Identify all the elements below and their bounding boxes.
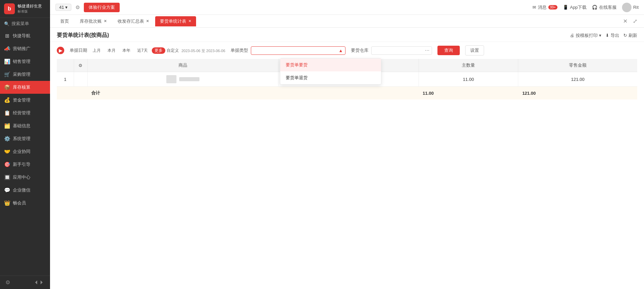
- tab-order-stats-close[interactable]: ✕: [188, 19, 191, 23]
- filter-bar: ▶ 单据日期 上月 本月 本年 近7天 更多 自定义 2023-05-06 至 …: [50, 42, 644, 59]
- print-arrow-icon: ▾: [599, 33, 601, 38]
- tab-recv-summary-close[interactable]: ✕: [146, 19, 149, 23]
- print-action[interactable]: 🖨 按模板打印 ▾: [570, 32, 601, 39]
- date-7d-btn[interactable]: 近7天: [135, 47, 150, 54]
- apps-icon: 🔲: [4, 174, 10, 180]
- sidebar-label-system: 系统管理: [13, 136, 30, 142]
- warehouse-input[interactable]: [371, 46, 432, 55]
- search-menu[interactable]: 🔍 搜索菜单: [0, 18, 50, 29]
- sidebar-item-apps[interactable]: 🔲 应用中心: [0, 171, 50, 184]
- export-action[interactable]: ⬇ 导出: [605, 32, 619, 39]
- footer-label: 合计: [87, 87, 279, 100]
- tab-batch-account-close[interactable]: ✕: [104, 19, 107, 23]
- phone-icon: 📱: [563, 5, 568, 10]
- tab-home[interactable]: 首页: [55, 16, 74, 26]
- sidebar-item-basic[interactable]: 🗂️ 基础信息: [0, 119, 50, 132]
- topbar: 41 ▾ ⚙ 体验行业方案 ✉ 消息 99+ 📱 App下载 🎧 在线客服 R: [50, 0, 644, 15]
- sidebar-item-purchase[interactable]: 🛒 采购管理: [0, 68, 50, 81]
- type-filter-group: 单据类型 ▲: [231, 46, 345, 55]
- sidebar-label-quick-nav: 快捷导航: [13, 33, 30, 39]
- sidebar: b 畅捷通好生意 标准版 🔍 搜索菜单 ⊞ 快捷导航 📣 营销推广 📊 销售管理…: [0, 0, 50, 289]
- purchase-icon: 🛒: [4, 71, 10, 77]
- sidebar-item-member[interactable]: 👑 畅会员: [0, 197, 50, 209]
- date-up-btn[interactable]: 上月: [90, 47, 103, 54]
- messages-label: 消息: [538, 4, 547, 10]
- sidebar-item-marketing[interactable]: 📣 营销推广: [0, 42, 50, 55]
- export-label: 导出: [611, 32, 619, 39]
- type-dropdown: 要货单要货 要货单退货: [280, 58, 381, 85]
- sidebar-label-finance: 资金管理: [13, 97, 30, 103]
- sidebar-item-enterprise[interactable]: 🤝 企业协同: [0, 145, 50, 158]
- tab-recv-summary[interactable]: 收发存汇总表 ✕: [113, 16, 154, 26]
- sidebar-item-wechat[interactable]: 💬 企业微信: [0, 184, 50, 197]
- collapse-icon[interactable]: ⏴⏵: [34, 279, 45, 286]
- sidebar-label-operations: 经营管理: [13, 110, 30, 116]
- col-quantity-header: 主数量: [419, 59, 518, 72]
- table-footer-row: 合计 11.00 121.00: [57, 87, 637, 100]
- operations-icon: 📋: [4, 110, 10, 116]
- inventory-icon: 📦: [4, 84, 10, 90]
- col-seq-header: [57, 59, 74, 72]
- dropdown-arrow-icon[interactable]: ▾: [65, 5, 68, 10]
- sidebar-item-inventory[interactable]: 📦 库存核算: [0, 81, 50, 94]
- tabs-expand-btn[interactable]: ⤢: [631, 17, 639, 25]
- date-range-text: 2023-05-06 至 2023-06-06: [182, 48, 225, 53]
- sidebar-item-sales[interactable]: 📊 销售管理: [0, 55, 50, 68]
- sidebar-item-quick-nav[interactable]: ⊞ 快捷导航: [0, 29, 50, 42]
- warehouse-dots-btn[interactable]: ···: [425, 47, 429, 53]
- member-icon: 👑: [4, 200, 10, 206]
- col-settings-header[interactable]: ⚙: [74, 59, 87, 72]
- sidebar-label-basic: 基础信息: [13, 123, 30, 129]
- page-actions: 🖨 按模板打印 ▾ ⬇ 导出 ↻ 刷新: [570, 32, 637, 39]
- user-group[interactable]: Rit: [622, 3, 639, 12]
- trial-btn[interactable]: 体验行业方案: [84, 3, 120, 12]
- date-year-btn[interactable]: 本年: [120, 47, 133, 54]
- refresh-icon: ↻: [623, 33, 627, 38]
- date-more-btn[interactable]: 更多: [152, 47, 165, 54]
- messages-group[interactable]: ✉ 消息 99+: [532, 4, 557, 10]
- export-icon: ⬇: [605, 33, 609, 38]
- footer-amount: 121.00: [518, 87, 637, 100]
- date-filter-label: 单据日期: [70, 47, 87, 53]
- gear-settings-icon[interactable]: ⚙: [75, 4, 80, 10]
- sidebar-label-marketing: 营销推广: [13, 46, 30, 52]
- cell-settings: [74, 72, 87, 87]
- type-select-input[interactable]: [251, 46, 345, 55]
- product-thumbnail: [166, 75, 176, 83]
- dropdown-item-order-purchase[interactable]: 要货单要货: [280, 59, 381, 71]
- col-product-label: 商品: [178, 63, 187, 68]
- col-product-header: 商品: [87, 59, 279, 72]
- tab-order-stats[interactable]: 要货单统计表 ✕: [155, 16, 196, 26]
- query-btn[interactable]: 查询: [437, 46, 460, 55]
- sidebar-label-enterprise: 企业协同: [13, 149, 30, 155]
- print-icon: 🖨: [570, 33, 574, 38]
- tab-batch-account[interactable]: 库存批次账 ✕: [75, 16, 112, 26]
- cell-amount: 121.00: [518, 72, 637, 87]
- settings-icon[interactable]: ⚙: [5, 279, 10, 286]
- cell-quantity: 11.00: [419, 72, 518, 87]
- sidebar-item-system[interactable]: ⚙️ 系统管理: [0, 132, 50, 145]
- settings-btn[interactable]: 设置: [465, 45, 484, 55]
- col-amount-header: 零售金额: [518, 59, 637, 72]
- date-month-btn[interactable]: 本月: [105, 47, 118, 54]
- refresh-action[interactable]: ↻ 刷新: [623, 32, 637, 39]
- sidebar-item-guide[interactable]: 🎯 新手引导: [0, 158, 50, 171]
- tabs-collapse-btn[interactable]: ✕: [622, 17, 629, 25]
- date-custom-btn[interactable]: 自定义: [167, 48, 179, 53]
- footer-quantity: 11.00: [419, 87, 518, 100]
- cell-product: [87, 72, 279, 87]
- footer-empty3: [279, 87, 419, 100]
- online-service-group[interactable]: 🎧 在线客服: [592, 4, 617, 10]
- tabs-controls: ✕ ⤢: [622, 17, 639, 25]
- app-logo: b 畅捷通好生意 标准版: [0, 0, 50, 18]
- warehouse-filter-label: 要货仓库: [351, 47, 368, 53]
- sidebar-label-wechat: 企业微信: [13, 187, 30, 193]
- user-name: Rit: [633, 5, 639, 10]
- app-download-group[interactable]: 📱 App下载: [563, 4, 587, 10]
- sidebar-item-finance[interactable]: 💰 资金管理: [0, 94, 50, 107]
- wechat-icon: 💬: [4, 187, 10, 193]
- dropdown-item-order-return[interactable]: 要货单退货: [280, 71, 381, 84]
- tab-recv-summary-label: 收发存汇总表: [118, 18, 144, 24]
- expand-filter-btn[interactable]: ▶: [57, 47, 64, 54]
- sidebar-item-operations[interactable]: 📋 经营管理: [0, 107, 50, 119]
